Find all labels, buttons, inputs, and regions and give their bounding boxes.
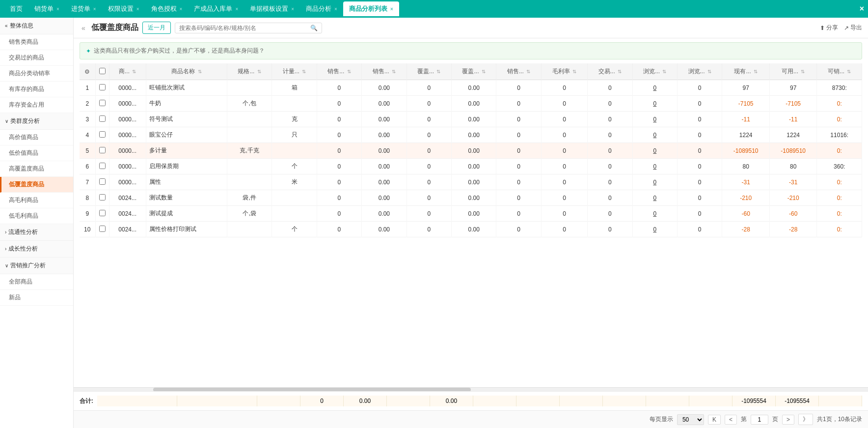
close-icon[interactable]: × — [136, 6, 139, 12]
close-icon[interactable]: × — [334, 6, 337, 12]
page-input[interactable] — [751, 415, 768, 425]
close-icon[interactable]: × — [235, 6, 238, 12]
close-icon[interactable]: × — [93, 6, 96, 12]
sidebar-item-capital[interactable]: 库存资金占用 — [0, 97, 73, 113]
td-browse1[interactable]: 0 — [632, 190, 677, 206]
nav-tab-template[interactable]: 单据模板设置 × — [244, 1, 300, 16]
sidebar-section-marketing[interactable]: ∨ 营销推广分析 — [0, 257, 73, 274]
share-button[interactable]: ⬆ 分享 — [820, 24, 838, 32]
td-unit — [272, 190, 317, 206]
td-browse1[interactable]: 0 — [632, 80, 677, 96]
nav-tab-home[interactable]: 首页 — [4, 1, 28, 16]
row-checkbox[interactable] — [99, 84, 106, 90]
sidebar-item-new-goods[interactable]: 新品 — [0, 290, 73, 306]
last-page-button[interactable]: 》 — [798, 414, 813, 425]
row-checkbox[interactable] — [99, 115, 106, 122]
td-browse2: 0 — [678, 159, 722, 174]
td-checkbox[interactable] — [95, 127, 109, 143]
page-size-select[interactable]: 20 50 100 — [677, 414, 704, 425]
td-checkbox[interactable] — [95, 80, 109, 96]
sidebar-section-cluster[interactable]: ∨ 类群度分析 — [0, 113, 73, 130]
info-icon: ✦ — [86, 48, 91, 55]
sidebar-item-high-value[interactable]: 高价值商品 — [0, 130, 73, 145]
sidebar-item-high-coverage[interactable]: 高覆盖度商品 — [0, 161, 73, 177]
nav-tab-analysis-list[interactable]: 商品分析列表 × — [343, 1, 399, 16]
td-browse1[interactable]: 0 — [632, 127, 677, 143]
row-checkbox[interactable] — [99, 163, 106, 169]
nav-tab-warehouse[interactable]: 产成品入库单 × — [188, 1, 244, 16]
td-browse1[interactable]: 0 — [632, 143, 677, 159]
td-saleable: 0: — [817, 222, 862, 237]
export-button[interactable]: ↗ 导出 — [844, 24, 862, 32]
td-sales1: 0 — [317, 174, 361, 190]
close-all-button[interactable]: × — [860, 4, 864, 13]
nav-tab-purchase[interactable]: 进货单 × — [65, 1, 102, 16]
sidebar-item-all-goods[interactable]: 全部商品 — [0, 274, 73, 290]
row-checkbox[interactable] — [99, 178, 106, 185]
close-icon[interactable]: × — [56, 6, 59, 12]
td-browse2: 0 — [678, 206, 722, 222]
td-browse1[interactable]: 0 — [632, 222, 677, 237]
close-icon[interactable]: × — [291, 6, 294, 12]
row-checkbox[interactable] — [99, 147, 106, 153]
select-all-checkbox[interactable] — [99, 68, 106, 74]
td-checkbox[interactable] — [95, 206, 109, 222]
nav-tab-sales[interactable]: 销货单 × — [28, 1, 65, 16]
row-checkbox[interactable] — [99, 210, 106, 216]
search-input[interactable] — [179, 25, 308, 31]
td-browse1[interactable]: 0 — [632, 96, 677, 112]
close-icon[interactable]: × — [390, 6, 393, 12]
nav-tab-role[interactable]: 角色授权 × — [145, 1, 189, 16]
td-checkbox[interactable] — [95, 190, 109, 206]
sidebar-item-high-margin[interactable]: 高毛利商品 — [0, 193, 73, 208]
table-row: 10 0024... 属性价格打印测试 个 0 0.00 0 0.00 0 0 … — [80, 222, 862, 237]
td-checkbox[interactable] — [95, 112, 109, 127]
td-checkbox[interactable] — [95, 222, 109, 237]
sidebar-section-overall[interactable]: « 整体信息 — [0, 18, 73, 34]
prev-page-button[interactable]: < — [725, 415, 737, 425]
td-code: 0000... — [109, 174, 146, 190]
sidebar-item-in-stock[interactable]: 有库存的商品 — [0, 82, 73, 97]
td-browse1[interactable]: 0 — [632, 206, 677, 222]
td-saleable: 360: — [817, 159, 862, 174]
sum-cell-empty9 — [646, 396, 689, 406]
col-settings[interactable]: ⚙ — [80, 63, 95, 80]
time-filter-button[interactable]: 近一月 — [142, 22, 171, 34]
td-available: -7105 — [769, 96, 817, 112]
td-browse1[interactable]: 0 — [632, 112, 677, 127]
sidebar-item-low-value[interactable]: 低价值商品 — [0, 145, 73, 161]
first-page-button[interactable]: K — [708, 415, 721, 425]
nav-tab-permission[interactable]: 权限设置 × — [102, 1, 145, 16]
td-checkbox[interactable] — [95, 96, 109, 112]
sidebar-collapse-button[interactable]: « — [80, 23, 87, 33]
col-checkbox-header[interactable] — [95, 63, 109, 80]
row-checkbox[interactable] — [99, 131, 106, 138]
sidebar-section-circulation[interactable]: › 流通性分析 — [0, 224, 73, 241]
td-num: 1 — [80, 80, 95, 96]
td-checkbox[interactable] — [95, 174, 109, 190]
sidebar-item-low-coverage[interactable]: 低覆盖度商品 — [0, 177, 73, 193]
td-checkbox[interactable] — [95, 143, 109, 159]
horizontal-scrollbar[interactable] — [74, 387, 868, 391]
row-checkbox[interactable] — [99, 226, 106, 232]
td-code: 0024... — [109, 222, 146, 237]
sidebar-item-sales-goods[interactable]: 销售类商品 — [0, 34, 73, 50]
td-name: 眼宝公仔 — [146, 127, 227, 143]
sidebar-section-growth[interactable]: › 成长性分析 — [0, 241, 73, 257]
td-num: 6 — [80, 159, 95, 174]
td-browse1[interactable]: 0 — [632, 174, 677, 190]
td-saleable: 0: — [817, 190, 862, 206]
td-saleable: 0: — [817, 96, 862, 112]
next-page-button[interactable]: > — [782, 415, 794, 425]
sidebar-item-traded-goods[interactable]: 交易过的商品 — [0, 50, 73, 66]
row-checkbox[interactable] — [99, 100, 106, 106]
close-icon[interactable]: × — [180, 6, 183, 12]
nav-tab-analysis[interactable]: 商品分析 × — [300, 1, 343, 16]
td-sales2: 0.00 — [362, 112, 407, 127]
row-checkbox[interactable] — [99, 194, 106, 200]
sidebar-item-low-margin[interactable]: 低毛利商品 — [0, 208, 73, 224]
sidebar-item-category-rate[interactable]: 商品分类动销率 — [0, 66, 73, 82]
td-browse1[interactable]: 0 — [632, 159, 677, 174]
td-checkbox[interactable] — [95, 159, 109, 174]
search-icon[interactable]: 🔍 — [310, 25, 318, 31]
